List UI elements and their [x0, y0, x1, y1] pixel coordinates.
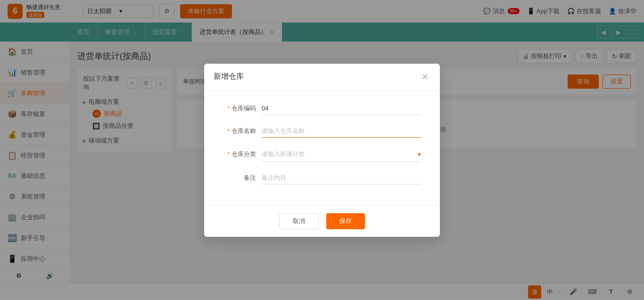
dialog-header: 新增仓库 ✕: [204, 64, 440, 91]
name-input[interactable]: [262, 125, 421, 138]
add-warehouse-dialog: 新增仓库 ✕ 仓库编码 仓库名称 仓库分类 请输入所属分类 ▾: [204, 64, 440, 237]
category-select[interactable]: 请输入所属分类 ▾: [262, 147, 421, 162]
form-category-row: 仓库分类 请输入所属分类 ▾: [223, 147, 421, 162]
form-name-row: 仓库名称: [223, 125, 421, 138]
form-code-row: 仓库编码: [223, 102, 421, 115]
form-note-row: 备注: [223, 171, 421, 184]
note-label: 备注: [223, 174, 256, 182]
note-input[interactable]: [262, 171, 421, 184]
code-label: 仓库编码: [223, 104, 256, 113]
dialog-close-button[interactable]: ✕: [419, 71, 430, 83]
code-input[interactable]: [262, 102, 421, 115]
modal-overlay: 新增仓库 ✕ 仓库编码 仓库名称 仓库分类 请输入所属分类 ▾: [0, 0, 644, 300]
category-label: 仓库分类: [223, 150, 256, 158]
dialog-body: 仓库编码 仓库名称 仓库分类 请输入所属分类 ▾ 备注: [204, 91, 440, 205]
dialog-footer: 取消 保存: [204, 205, 440, 237]
save-button[interactable]: 保存: [326, 213, 365, 229]
name-label: 仓库名称: [223, 127, 256, 135]
category-dropdown-icon: ▾: [418, 150, 421, 158]
category-placeholder: 请输入所属分类: [262, 150, 418, 158]
cancel-button[interactable]: 取消: [279, 213, 319, 229]
dialog-title: 新增仓库: [214, 72, 244, 82]
